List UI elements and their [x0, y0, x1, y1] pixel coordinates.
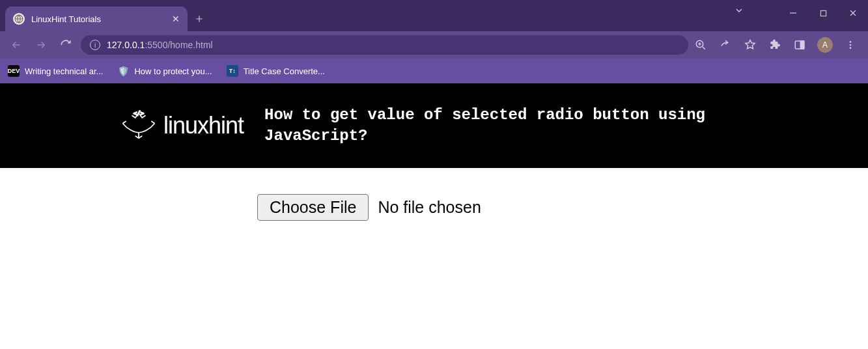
browser-toolbar: i 127.0.0.1:5500/home.html A	[0, 31, 868, 59]
bookmark-favicon: 🛡️	[117, 65, 129, 77]
bookmark-favicon: T↕	[227, 65, 238, 77]
bookmark-label: Title Case Converte...	[244, 66, 325, 76]
logo-text: linuxhint	[163, 112, 244, 139]
svg-point-6	[850, 44, 852, 46]
page-content: Choose File No file chosen	[0, 168, 868, 221]
zoom-icon[interactable]	[693, 38, 708, 52]
bookmarks-bar: DEV Writing technical ar... 🛡️ How to pr…	[0, 59, 868, 83]
bookmark-item[interactable]: T↕ Title Case Converte...	[227, 65, 325, 77]
svg-text:</>: </>	[133, 110, 144, 117]
choose-file-button[interactable]: Choose File	[257, 194, 369, 221]
bookmark-star-icon[interactable]	[743, 38, 757, 52]
share-icon[interactable]	[718, 38, 733, 52]
close-tab-icon[interactable]: ✕	[172, 14, 180, 24]
maximize-button[interactable]	[808, 0, 838, 26]
page-title: How to get value of selected radio butto…	[264, 105, 759, 147]
tab-title: LinuxHint Tutorials	[31, 14, 165, 24]
site-header: </> linuxhint How to get value of select…	[0, 83, 868, 168]
new-tab-button[interactable]	[188, 7, 211, 31]
menu-icon[interactable]	[843, 38, 858, 52]
svg-rect-1	[820, 10, 826, 16]
close-window-button[interactable]	[838, 0, 868, 26]
browser-tab[interactable]: LinuxHint Tutorials ✕	[5, 7, 188, 31]
file-status-text: No file chosen	[378, 198, 481, 217]
browser-titlebar: LinuxHint Tutorials ✕	[0, 0, 868, 31]
url-text: 127.0.0.1:5500/home.html	[107, 40, 213, 50]
logo-icon: </>	[120, 107, 157, 144]
site-logo[interactable]: </> linuxhint	[120, 107, 244, 144]
globe-icon	[13, 13, 25, 25]
bookmark-item[interactable]: DEV Writing technical ar...	[8, 65, 103, 77]
minimize-button[interactable]	[778, 0, 808, 26]
toolbar-actions: A	[693, 37, 861, 53]
bookmark-item[interactable]: 🛡️ How to protect you...	[117, 65, 212, 77]
sidepanel-icon[interactable]	[792, 38, 807, 52]
address-bar[interactable]: i 127.0.0.1:5500/home.html	[81, 35, 688, 55]
tab-dropdown-icon[interactable]	[734, 5, 744, 18]
reload-button[interactable]	[56, 35, 76, 55]
bookmark-favicon: DEV	[8, 65, 20, 77]
bookmark-label: How to protect you...	[134, 66, 212, 76]
bookmark-label: Writing technical ar...	[25, 66, 103, 76]
svg-rect-4	[801, 41, 804, 49]
svg-point-5	[850, 41, 852, 43]
window-controls	[778, 0, 868, 26]
back-button[interactable]	[7, 35, 26, 55]
profile-avatar[interactable]: A	[817, 37, 833, 53]
svg-point-7	[850, 47, 852, 49]
extensions-icon[interactable]	[768, 38, 782, 52]
forward-button[interactable]	[31, 35, 51, 55]
site-info-icon[interactable]: i	[90, 40, 100, 50]
